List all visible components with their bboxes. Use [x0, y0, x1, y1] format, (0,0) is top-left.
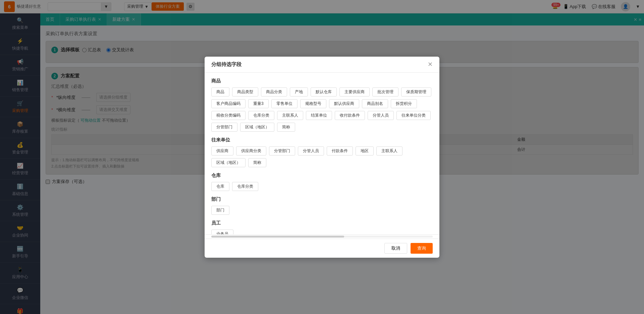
- dialog-body: 商品 商品 商品类型 商品分类 产地 默认仓库 主要供应商 批次管理 保质期管理…: [205, 73, 439, 235]
- field-tag-split-points[interactable]: 拆货积分: [391, 99, 417, 108]
- field-tag-department[interactable]: 部门: [211, 206, 229, 215]
- field-group-department-title: 部门: [211, 196, 433, 202]
- field-tag-origin[interactable]: 产地: [290, 87, 308, 97]
- field-tag-settle-unit[interactable]: 结算单位: [306, 111, 332, 120]
- field-tag-dept[interactable]: 分管部门: [269, 146, 295, 155]
- field-tag-main-supplier[interactable]: 主要供应商: [339, 87, 370, 97]
- cancel-button[interactable]: 取消: [384, 243, 407, 254]
- dialog-close-button[interactable]: ✕: [428, 61, 433, 67]
- field-tag-weight3[interactable]: 重量3: [248, 99, 269, 108]
- field-tag-warehouse-category[interactable]: 仓库分类: [248, 111, 274, 120]
- field-tag-default-warehouse[interactable]: 默认仓库: [311, 87, 337, 97]
- field-group-partner: 往来单位 供应商 供应商分类 分管部门 分管人员 付款条件 地区 主联系人 区域…: [211, 137, 433, 167]
- field-group-product-title: 商品: [211, 78, 433, 84]
- field-tag-area[interactable]: 地区: [356, 146, 374, 155]
- field-tag-retail-unit[interactable]: 零售单位: [271, 99, 298, 108]
- field-tag-product-type[interactable]: 商品类型: [232, 87, 258, 97]
- field-tags-employee: 业务员: [211, 230, 433, 235]
- field-tag-shelf-life[interactable]: 保质期管理: [401, 87, 431, 97]
- dialog-overlay: 分组待选字段 ✕ 商品 商品 商品类型 商品分类 产地 默认仓库 主要供应商 批…: [0, 0, 644, 314]
- field-tag-default-supplier[interactable]: 默认供应商: [329, 99, 359, 108]
- field-tag-supplier-category[interactable]: 供应商分类: [236, 146, 266, 155]
- field-tag-warehouse[interactable]: 仓库: [211, 182, 229, 191]
- field-tag-region-product[interactable]: 区域（地区）: [240, 123, 274, 132]
- field-group-warehouse: 仓库 仓库 仓库分类: [211, 173, 433, 191]
- field-tag-short-name-partner[interactable]: 简称: [248, 158, 266, 167]
- field-tags-department: 部门: [211, 206, 433, 215]
- confirm-button[interactable]: 查询: [411, 243, 433, 254]
- field-group-department: 部门 部门: [211, 196, 433, 215]
- field-tag-customer-code[interactable]: 客户商品编码: [211, 99, 246, 108]
- field-tag-product-alias[interactable]: 商品别名: [362, 99, 388, 108]
- field-tag-batch-mgmt[interactable]: 批次管理: [372, 87, 398, 97]
- field-tags-product: 商品 商品类型 商品分类 产地 默认仓库 主要供应商 批次管理 保质期管理 客户…: [211, 87, 433, 132]
- dialog-title: 分组待选字段: [211, 61, 241, 68]
- field-tag-supervisor[interactable]: 分管人员: [368, 111, 394, 120]
- field-tag-salesperson[interactable]: 业务员: [211, 230, 233, 235]
- field-tag-tax-code[interactable]: 税收分类编码: [211, 111, 246, 120]
- field-tags-warehouse: 仓库 仓库分类: [211, 182, 433, 191]
- dialog-scrollbar-area: [205, 234, 439, 238]
- field-tag-region-partner[interactable]: 区域（地区）: [211, 158, 246, 167]
- field-tag-supervisor-partner[interactable]: 分管人员: [298, 146, 324, 155]
- field-select-dialog: 分组待选字段 ✕ 商品 商品 商品类型 商品分类 产地 默认仓库 主要供应商 批…: [205, 57, 439, 258]
- field-group-partner-title: 往来单位: [211, 137, 433, 143]
- field-tag-payment-cond[interactable]: 付款条件: [327, 146, 353, 155]
- field-tags-partner: 供应商 供应商分类 分管部门 分管人员 付款条件 地区 主联系人 区域（地区） …: [211, 146, 433, 167]
- field-tag-short-name-product[interactable]: 简称: [277, 123, 295, 132]
- field-tag-spec-model[interactable]: 规格型号: [300, 99, 326, 108]
- field-tag-payment-terms[interactable]: 收付款条件: [335, 111, 365, 120]
- dialog-footer: 取消 查询: [205, 239, 439, 258]
- field-tag-product-category[interactable]: 商品分类: [261, 87, 287, 97]
- field-group-employee: 员工 业务员: [211, 220, 433, 235]
- field-tag-contact-person[interactable]: 主联系人: [376, 146, 402, 155]
- field-tag-supplier[interactable]: 供应商: [211, 146, 233, 155]
- field-group-warehouse-title: 仓库: [211, 173, 433, 179]
- field-tag-warehouse-cat[interactable]: 仓库分类: [232, 182, 258, 191]
- field-tag-main-contact[interactable]: 主联系人: [277, 111, 303, 120]
- field-group-product: 商品 商品 商品类型 商品分类 产地 默认仓库 主要供应商 批次管理 保质期管理…: [211, 78, 433, 132]
- field-tag-partner-category[interactable]: 往来单位分类: [396, 111, 431, 120]
- dialog-header: 分组待选字段 ✕: [205, 57, 439, 73]
- horizontal-scrollbar[interactable]: [211, 236, 433, 238]
- field-group-employee-title: 员工: [211, 220, 433, 226]
- field-tag-supervise-dept[interactable]: 分管部门: [211, 123, 237, 132]
- field-tag-product[interactable]: 商品: [211, 87, 229, 97]
- scrollbar-thumb: [211, 236, 344, 238]
